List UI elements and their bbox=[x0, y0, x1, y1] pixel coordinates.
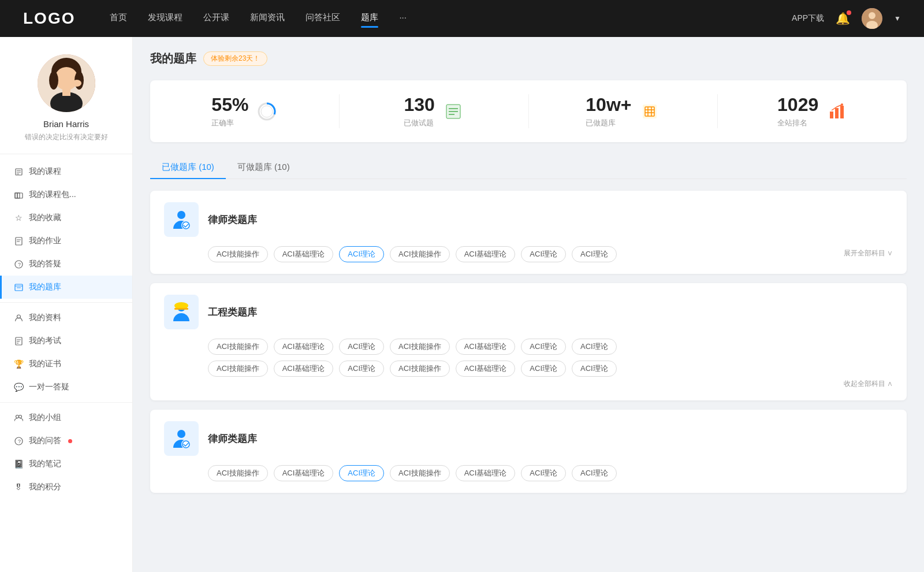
page-title: 我的题库 bbox=[150, 51, 196, 66]
sidebar-item-one-on-one[interactable]: 💬 一对一答疑 bbox=[0, 376, 132, 399]
tag[interactable]: ACI理论 bbox=[572, 361, 617, 377]
expand-link[interactable]: 展开全部科目 ∨ bbox=[844, 246, 893, 258]
global-rank-icon bbox=[826, 101, 847, 122]
svg-point-6 bbox=[49, 71, 58, 90]
profile-motto: 错误的决定比没有决定要好 bbox=[25, 132, 108, 142]
sidebar-item-course-package[interactable]: 我的课程包... bbox=[0, 183, 132, 206]
tag[interactable]: ACI技能操作 bbox=[390, 246, 450, 262]
notification-bell[interactable]: 🔔 bbox=[836, 12, 850, 25]
tag[interactable]: ACI理论 bbox=[572, 465, 617, 481]
qbank-title: 律师类题库 bbox=[208, 213, 257, 226]
chevron-down-icon[interactable]: ▼ bbox=[894, 14, 901, 23]
collapse-link[interactable]: 收起全部科目 ∧ bbox=[844, 379, 893, 389]
tag[interactable]: ACI理论 bbox=[339, 361, 384, 377]
svg-point-60 bbox=[177, 430, 185, 438]
tab-done-banks[interactable]: 已做题库 (10) bbox=[150, 156, 226, 179]
sidebar-item-qbank[interactable]: 我的题库 bbox=[0, 276, 132, 299]
qbank-header: 律师类题库 bbox=[164, 421, 893, 456]
tab-available-banks[interactable]: 可做题库 (10) bbox=[226, 156, 301, 179]
qbank-header: 工程类题库 bbox=[164, 295, 893, 329]
tag[interactable]: ACI基础理论 bbox=[274, 465, 334, 481]
stat-text: 130 已做试题 bbox=[404, 94, 434, 128]
avatar[interactable] bbox=[862, 8, 882, 29]
svg-point-32 bbox=[18, 415, 21, 418]
sidebar-item-certificate[interactable]: 🏆 我的证书 bbox=[0, 352, 132, 376]
trial-badge: 体验剩余23天！ bbox=[203, 51, 267, 66]
divider bbox=[0, 302, 132, 303]
stat-global-rank: 1029 全站排名 bbox=[718, 94, 907, 128]
tag[interactable]: ACI理论 bbox=[521, 465, 566, 481]
sidebar-label: 我的课程包... bbox=[29, 190, 76, 200]
divider bbox=[0, 402, 132, 403]
app-download-link[interactable]: APP下载 bbox=[792, 13, 824, 24]
tag[interactable]: ACI基础理论 bbox=[456, 339, 516, 355]
page-header: 我的题库 体验剩余23天！ bbox=[150, 51, 907, 66]
sidebar: Brian Harris 错误的决定比没有决定要好 我的课程 我的课程包... … bbox=[0, 37, 133, 572]
tags-container-row2: ACI技能操作 ACI基础理论 ACI理论 ACI技能操作 ACI基础理论 AC… bbox=[164, 361, 893, 377]
svg-text:?: ? bbox=[18, 439, 21, 444]
course-package-icon bbox=[14, 190, 23, 199]
sidebar-item-exam[interactable]: 我的考试 bbox=[0, 329, 132, 352]
stat-number: 55% 正确率 bbox=[211, 94, 248, 128]
sidebar-label: 我的积分 bbox=[29, 482, 61, 492]
tag[interactable]: ACI技能操作 bbox=[208, 246, 268, 262]
tag[interactable]: ACI技能操作 bbox=[208, 465, 268, 481]
svg-rect-15 bbox=[15, 193, 23, 198]
svg-point-31 bbox=[16, 415, 18, 418]
tag[interactable]: ACI基础理论 bbox=[456, 361, 516, 377]
tag[interactable]: ACI基础理论 bbox=[274, 339, 334, 355]
nav-qbank[interactable]: 题库 bbox=[361, 12, 378, 25]
tag[interactable]: ACI基础理论 bbox=[274, 246, 334, 262]
tag[interactable]: ACI理论 bbox=[572, 246, 617, 262]
nav-open-course[interactable]: 公开课 bbox=[203, 12, 229, 25]
points-icon: 🎖 bbox=[14, 482, 23, 492]
nav-home[interactable]: 首页 bbox=[110, 12, 127, 25]
nav-qa[interactable]: 问答社区 bbox=[305, 12, 340, 25]
qa-notification-dot bbox=[68, 439, 72, 443]
sidebar-item-qa[interactable]: ? 我的答疑 bbox=[0, 252, 132, 276]
tag[interactable]: ACI技能操作 bbox=[390, 361, 450, 377]
homework-icon bbox=[14, 236, 23, 246]
tag[interactable]: ACI理论 bbox=[521, 361, 566, 377]
sidebar-item-favorites[interactable]: ☆ 我的收藏 bbox=[0, 206, 132, 229]
nav-more[interactable]: ··· bbox=[399, 12, 407, 25]
profile-avatar[interactable] bbox=[38, 54, 95, 112]
tag[interactable]: ACI理论 bbox=[339, 339, 384, 355]
tag-active[interactable]: ACI理论 bbox=[339, 465, 384, 481]
tag[interactable]: ACI理论 bbox=[521, 246, 566, 262]
tag[interactable]: ACI基础理论 bbox=[456, 246, 516, 262]
user-profile: Brian Harris 错误的决定比没有决定要好 bbox=[0, 37, 132, 154]
profile-name: Brian Harris bbox=[43, 119, 89, 129]
sidebar-label: 我的问答 bbox=[29, 436, 61, 446]
content-tabs: 已做题库 (10) 可做题库 (10) bbox=[150, 156, 907, 179]
tag[interactable]: ACI技能操作 bbox=[390, 465, 450, 481]
nav-news[interactable]: 新闻资讯 bbox=[250, 12, 285, 25]
stat-text: 1029 全站排名 bbox=[777, 94, 818, 128]
sidebar-item-points[interactable]: 🎖 我的积分 bbox=[0, 476, 132, 499]
tag[interactable]: ACI技能操作 bbox=[390, 339, 450, 355]
sidebar-item-profile[interactable]: 我的资料 bbox=[0, 306, 132, 329]
sidebar-item-notes[interactable]: 📓 我的笔记 bbox=[0, 452, 132, 476]
tag-active[interactable]: ACI理论 bbox=[339, 246, 384, 262]
sidebar-item-homework[interactable]: 我的作业 bbox=[0, 229, 132, 252]
sidebar-item-group[interactable]: 我的小组 bbox=[0, 406, 132, 429]
collapse-footer: 收起全部科目 ∧ bbox=[164, 379, 893, 389]
sidebar-label: 一对一答疑 bbox=[29, 382, 69, 392]
stats-row: 55% 正确率 130 已做试题 bbox=[150, 80, 907, 142]
sidebar-item-courses[interactable]: 我的课程 bbox=[0, 160, 132, 183]
avatar-image bbox=[862, 8, 882, 29]
correct-rate-icon bbox=[256, 101, 277, 122]
tag[interactable]: ACI基础理论 bbox=[456, 465, 516, 481]
tag[interactable]: ACI理论 bbox=[521, 339, 566, 355]
tag[interactable]: ACI技能操作 bbox=[208, 361, 268, 377]
svg-point-52 bbox=[841, 103, 843, 106]
sidebar-label: 我的资料 bbox=[29, 313, 61, 323]
tag[interactable]: ACI技能操作 bbox=[208, 339, 268, 355]
qbank-icon bbox=[164, 295, 199, 329]
tag[interactable]: ACI理论 bbox=[572, 339, 617, 355]
sidebar-item-my-qa[interactable]: ? 我的问答 bbox=[0, 429, 132, 452]
tag[interactable]: ACI基础理论 bbox=[274, 361, 334, 377]
qbank-title: 工程类题库 bbox=[208, 306, 257, 319]
svg-rect-17 bbox=[17, 193, 20, 198]
nav-discover[interactable]: 发现课程 bbox=[148, 12, 182, 25]
